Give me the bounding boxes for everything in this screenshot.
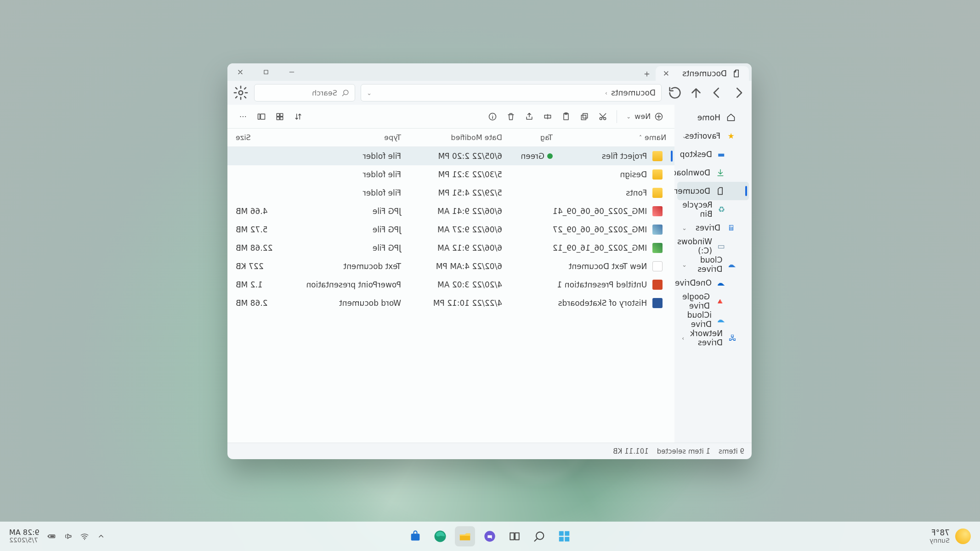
battery-icon[interactable] <box>47 532 56 541</box>
file-modified: 5/30/22 3:21 PM <box>401 170 502 179</box>
settings-button[interactable] <box>233 85 249 101</box>
sidebar-item-recycle-bin[interactable]: ♻ Recycle Bin <box>677 200 749 219</box>
system-tray[interactable]: 9:28 AM 7/5/2022 <box>0 529 106 543</box>
table-row[interactable]: Untitled Presentation 14/20/22 3:02 AMPo… <box>227 276 674 294</box>
properties-button[interactable] <box>484 108 501 125</box>
command-bar: New ⌄ ⋯ <box>227 105 674 129</box>
sort-button[interactable] <box>290 108 306 125</box>
sidebar-item-home[interactable]: Home <box>677 108 749 127</box>
chevron-down-icon[interactable]: ⌄ <box>682 261 687 268</box>
table-row[interactable]: Design5/30/22 3:21 PMFile folder <box>227 165 674 184</box>
edge-taskbar-icon[interactable] <box>431 526 451 546</box>
new-button[interactable]: New ⌄ <box>623 108 667 125</box>
sidebar-item-label: Windows (C:) <box>677 237 712 255</box>
table-row[interactable]: Project filesGreen6/05/22 2:20 PMFile fo… <box>227 147 674 165</box>
sidebar-item-onedrive[interactable]: ☁ OneDrive <box>677 274 749 292</box>
task-view-button[interactable] <box>505 526 525 546</box>
table-row[interactable]: IMG_2022_06_06_09_416/06/22 9:41 AMJPG F… <box>227 202 674 220</box>
close-button[interactable] <box>227 63 253 81</box>
cut-button[interactable] <box>595 108 611 125</box>
rename-button[interactable] <box>539 108 556 125</box>
file-size: 22.68 MB <box>236 243 300 253</box>
store-taskbar-icon[interactable] <box>406 526 426 546</box>
network-icon: 🖧 <box>728 333 736 343</box>
address-bar: Documents › ⌄ <box>227 81 752 105</box>
share-button[interactable] <box>521 108 538 125</box>
sidebar-item-label: iCloud Drive <box>683 310 712 329</box>
delete-button[interactable] <box>503 108 519 125</box>
chevron-down-icon[interactable]: ⌄ <box>682 225 687 231</box>
column-name[interactable]: Name˄ <box>553 133 666 142</box>
search-button[interactable] <box>530 526 550 546</box>
file-type: Word document <box>300 298 401 308</box>
column-tag[interactable]: Tag <box>502 133 553 142</box>
minimize-button[interactable] <box>279 63 305 81</box>
sidebar-item-cloud-drives[interactable]: ☁ Cloud Drives ⌄ <box>677 255 749 274</box>
preview-button[interactable] <box>253 108 270 125</box>
sidebar-item-label: Home <box>697 113 720 122</box>
document-icon <box>731 68 742 79</box>
up-button[interactable] <box>688 85 704 101</box>
sidebar-item-drives[interactable]: 🖥 Drives ⌄ <box>677 219 749 237</box>
svg-rect-13 <box>277 113 279 116</box>
chevron-up-icon[interactable] <box>96 532 106 541</box>
sidebar-item-label: Google Drive <box>682 292 710 310</box>
sidebar-item-downloads[interactable]: Downloads <box>677 163 749 182</box>
tab-label: Documents <box>682 69 727 78</box>
sidebar-item-google-drive[interactable]: 🔺 Google Drive <box>677 292 749 310</box>
back-button[interactable] <box>731 85 746 101</box>
more-button[interactable]: ⋯ <box>235 108 251 125</box>
breadcrumb-segment[interactable]: Documents <box>611 88 656 97</box>
maximize-button[interactable] <box>253 63 279 81</box>
table-row[interactable]: IMG_2022_06_16_09_126/06/22 9:12 AMJPG F… <box>227 239 674 257</box>
column-type[interactable]: Type <box>300 133 401 142</box>
file-icon <box>652 298 663 308</box>
svg-rect-30 <box>50 535 54 537</box>
table-row[interactable]: IMG_2022_06_06_09_276/06/22 9:27 AMJPG F… <box>227 220 674 239</box>
sidebar-item-network-drives[interactable]: 🖧 Network Drives › <box>677 329 749 347</box>
chat-button[interactable] <box>480 526 500 546</box>
file-name: History of Skateboards <box>558 298 647 308</box>
view-button[interactable] <box>272 108 288 125</box>
paste-button[interactable] <box>558 108 574 125</box>
sidebar-item-favorites[interactable]: ★ Favorites ⌄ <box>677 127 749 145</box>
table-row[interactable]: New Text Document6/02/22 4:AM PMText doc… <box>227 257 674 276</box>
start-button[interactable] <box>555 526 575 546</box>
status-item-count: 9 items <box>719 447 744 455</box>
sidebar-item-icloud-drive[interactable]: ☁ iCloud Drive <box>677 310 749 329</box>
breadcrumb[interactable]: Documents › ⌄ <box>361 84 662 101</box>
table-row[interactable]: History of Skateboards4/22/22 10:12 PMWo… <box>227 294 674 312</box>
svg-rect-20 <box>565 537 570 541</box>
refresh-button[interactable] <box>667 85 683 101</box>
sidebar-item-desktop[interactable]: ▬ Desktop <box>677 145 749 163</box>
forward-button[interactable] <box>709 85 725 101</box>
search-box[interactable] <box>254 84 355 101</box>
svg-point-1 <box>344 90 348 95</box>
volume-icon[interactable] <box>63 532 73 541</box>
sidebar-item-windows-c[interactable]: ▭ Windows (C:) <box>677 237 749 255</box>
file-type: File folder <box>300 170 401 179</box>
file-name: Design <box>620 170 647 179</box>
chevron-right-icon[interactable]: › <box>682 335 684 342</box>
new-tab-button[interactable]: ＋ <box>638 66 656 81</box>
file-modified: 6/06/22 9:41 AM <box>401 207 502 216</box>
file-explorer-taskbar-icon[interactable] <box>455 526 476 546</box>
cloud-icon: ☁ <box>728 259 736 270</box>
column-size[interactable]: Size <box>236 133 300 142</box>
search-input[interactable] <box>245 89 337 97</box>
wifi-icon[interactable] <box>80 532 89 541</box>
tab-documents[interactable]: Documents ✕ <box>656 66 749 81</box>
chevron-down-icon[interactable]: ⌄ <box>682 133 687 140</box>
chevron-down-icon[interactable]: ⌄ <box>367 90 372 96</box>
sidebar-item-documents[interactable]: Documents <box>677 182 749 200</box>
tab-close-icon[interactable]: ✕ <box>663 69 669 78</box>
table-row[interactable]: Fonts5/29/22 4:51 PMFile folder <box>227 184 674 202</box>
file-pane: New ⌄ ⋯ Name˄ Tag Date Mod <box>227 105 674 443</box>
navigation-pane: Home ★ Favorites ⌄ ▬ Desktop Downloads D… <box>674 105 752 443</box>
weather-widget[interactable]: 78°F Sunny <box>815 529 980 544</box>
copy-button[interactable] <box>576 108 593 125</box>
clock[interactable]: 9:28 AM 7/5/2022 <box>9 529 40 543</box>
sidebar-item-label: OneDrive <box>675 278 712 287</box>
column-modified[interactable]: Date Modified <box>401 133 502 142</box>
file-modified: 6/06/22 9:27 AM <box>401 225 502 234</box>
